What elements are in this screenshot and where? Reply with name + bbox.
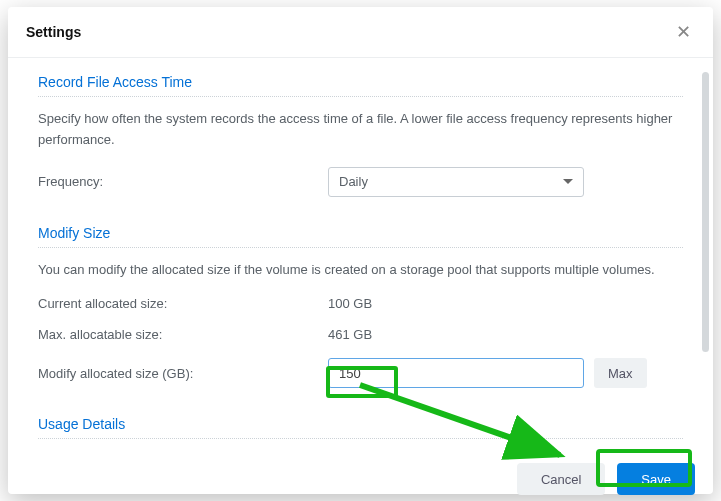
- save-button[interactable]: Save: [617, 463, 695, 495]
- current-size-value: 100 GB: [328, 296, 372, 311]
- section-title-modify-size: Modify Size: [38, 213, 683, 248]
- dialog-header: Settings ✕: [8, 7, 713, 58]
- frequency-row: Frequency: Daily: [38, 167, 683, 197]
- chevron-down-icon: [563, 179, 573, 184]
- frequency-select[interactable]: Daily: [328, 167, 584, 197]
- current-size-row: Current allocated size: 100 GB: [38, 296, 683, 311]
- dialog-title: Settings: [26, 24, 81, 40]
- scrollbar[interactable]: [702, 72, 709, 352]
- settings-dialog: Settings ✕ Record File Access Time Speci…: [8, 7, 713, 494]
- frequency-value: Daily: [339, 174, 368, 189]
- frequency-label: Frequency:: [38, 174, 328, 189]
- modify-size-row: Modify allocated size (GB): Max: [38, 358, 683, 388]
- section-title-record-access: Record File Access Time: [38, 66, 683, 97]
- section-title-usage-details: Usage Details: [38, 404, 683, 439]
- dialog-body: Record File Access Time Specify how ofte…: [8, 58, 713, 451]
- current-size-label: Current allocated size:: [38, 296, 328, 311]
- max-button[interactable]: Max: [594, 358, 647, 388]
- modify-size-input[interactable]: [328, 358, 584, 388]
- modify-size-label: Modify allocated size (GB):: [38, 366, 328, 381]
- modify-size-desc: You can modify the allocated size if the…: [38, 260, 683, 281]
- close-icon[interactable]: ✕: [672, 21, 695, 43]
- cancel-button[interactable]: Cancel: [517, 463, 605, 495]
- max-size-label: Max. allocatable size:: [38, 327, 328, 342]
- max-size-value: 461 GB: [328, 327, 372, 342]
- max-size-row: Max. allocatable size: 461 GB: [38, 327, 683, 342]
- record-access-desc: Specify how often the system records the…: [38, 109, 683, 151]
- dialog-footer: Cancel Save: [8, 451, 713, 501]
